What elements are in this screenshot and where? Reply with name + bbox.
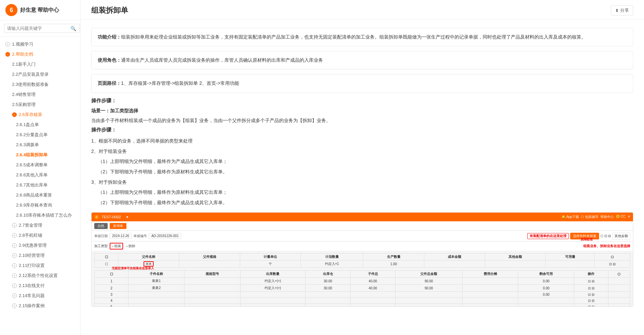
mock-child-table-header: ☐ 子件名称 规格型号 出库数量 出库仓 子件总 父件总金额 费用分摊 剩余可用 bbox=[95, 271, 630, 278]
intro-block: 功能介绍：组装拆卸单用来处理企业组装或拆卸等加工业务，支持有固定装配清单的产品加… bbox=[91, 28, 633, 46]
sidebar-item-sales[interactable]: 2.4销售管理 bbox=[0, 90, 80, 100]
sidebar-item-cost-adj[interactable]: 2.6.5成本调整单 bbox=[0, 160, 80, 170]
path-block: 页面路径：1、库存核算->库存管理->组装拆卸单 2、首页->常用功能 bbox=[91, 74, 633, 93]
sidebar-item-newbie[interactable]: 2.1新手入门 bbox=[0, 59, 80, 69]
step3: 3、对于拆卸业务 bbox=[91, 178, 633, 187]
step2-1: （1）上部明细为父件明细，最终作为产成品生成其它入库单； bbox=[91, 157, 633, 166]
path-text: 页面路径：1、库存核算->库存管理->组装拆卸单 2、首页->常用功能 bbox=[98, 79, 627, 88]
sidebar-item-coupon[interactable]: + 2.9优惠券管理 bbox=[0, 240, 80, 250]
sidebar-item-cost-recalc[interactable]: 2.6.8商品成本重算 bbox=[0, 190, 80, 200]
mock-select-btn[interactable]: 选择有料单搜索 bbox=[570, 233, 599, 239]
mock-parent-table: ☐ 父件名称 父件规格 计量单位 计划数量 生产数量 成本金额 其他金额 可用量 bbox=[94, 253, 630, 268]
expand-icon-payment: + bbox=[12, 283, 17, 288]
expand-icon-custom: + bbox=[12, 273, 17, 278]
sidebar-item-stocktake2[interactable]: 2.6.2分量盘点单 bbox=[0, 130, 80, 140]
logo-icon: 6 bbox=[5, 4, 17, 16]
role-text: 使用角色：通常由生产人员或库管人员完成拆装业务的操作，库管人员确认原材料的出库和… bbox=[98, 56, 627, 64]
sidebar-item-faq[interactable]: + 2.14常见问题 bbox=[0, 291, 80, 301]
share-button[interactable]: ⬆ 分享 bbox=[611, 5, 633, 15]
sidebar-item-docs[interactable]: − 2.帮助文档 bbox=[0, 49, 80, 59]
mock-parent-table-section: ☐ 父件名称 父件规格 计量单位 计划数量 生产数量 成本金额 其他金额 可用量 bbox=[92, 251, 633, 270]
step3-2: （2）下部明细为子件明细，最终作为产成品生成其它入库单。 bbox=[91, 198, 633, 207]
sidebar-item-finance[interactable]: + 2.7资金管理 bbox=[0, 220, 80, 230]
collapse-icon-docs: − bbox=[5, 52, 10, 57]
mock-right-field[interactable]: 其他金额 bbox=[612, 233, 630, 239]
sidebar-item-videos[interactable]: + 1.视频学习 bbox=[0, 39, 80, 49]
sidebar-item-custom[interactable]: + 2.12系统个性化设置 bbox=[0, 271, 80, 281]
sidebar-item-ledger[interactable]: 2.6.9库存账本查询 bbox=[0, 200, 80, 210]
mock-app-window: 6 TEST-H002 ▼ 🔔 App下载 ⬡ 包装辅导 帮助中心 😊 CC ✕ bbox=[92, 213, 633, 306]
mock-action1: 🔔 App下载 bbox=[561, 215, 579, 219]
main-body: 功能介绍：组装拆卸单用来处理企业组装或拆卸等加工业务，支持有固定装配清单的产品加… bbox=[80, 20, 644, 335]
expand-icon-faq: + bbox=[12, 293, 17, 298]
mock-annotation-btn: 有装配清单的在这里处理 bbox=[527, 233, 569, 239]
sidebar-item-purchase[interactable]: 2.5采购管理 bbox=[0, 100, 80, 110]
sidebar-item-print[interactable]: + 2.11打印设置 bbox=[0, 261, 80, 271]
steps-section: 操作步骤： 场景一：加工类型选择 当由多个子件材料组装成一个成品的业务为【组装】… bbox=[91, 98, 633, 207]
mock-toolbar: 单据日期 2019-12-26 单据编号 AD-20191226-001 有装配… bbox=[92, 231, 633, 241]
screenshot-image: 6 TEST-H002 ▼ 🔔 App下载 ⬡ 包装辅导 帮助中心 😊 CC ✕ bbox=[92, 213, 633, 306]
mock-parent-table-header: ☐ 父件名称 父件规格 计量单位 计划数量 生产数量 成本金额 其他金额 可用量 bbox=[95, 254, 630, 261]
mock-item-name-box: 米米 bbox=[144, 261, 154, 267]
mock-child-table-section: 无固定清单可在组装在这里录入 ☐ 子件名称 规格型号 出库数量 出库仓 bbox=[92, 270, 633, 306]
screenshot-inner: 6 TEST-H002 ▼ 🔔 App下载 ⬡ 包装辅导 帮助中心 😊 CC ✕ bbox=[92, 213, 633, 306]
screenshot-container: 6 TEST-H002 ▼ 🔔 App下载 ⬡ 包装辅导 帮助中心 😊 CC ✕ bbox=[91, 212, 633, 307]
mock-option-assembly[interactable]: ○ 组装 bbox=[110, 243, 123, 249]
search-input[interactable] bbox=[4, 24, 80, 33]
ops-heading: 操作步骤： bbox=[91, 127, 633, 133]
expand-icon-ops: + bbox=[12, 253, 17, 258]
mock-tab-new[interactable]: 新增单 bbox=[110, 223, 126, 229]
role-block: 使用角色：通常由生产人员或库管人员完成拆装业务的操作，库管人员确认原材料的出库和… bbox=[91, 51, 633, 69]
sidebar-item-transfer[interactable]: 2.6.3调拨单 bbox=[0, 140, 80, 150]
mock-num-field[interactable]: AD-20191226-001 bbox=[149, 233, 181, 239]
sidebar-item-ledger-fix[interactable]: 2.6.10库存账本搞错了怎么办 bbox=[0, 210, 80, 220]
mock-logo: 6 bbox=[94, 215, 99, 219]
nav-tree: + 1.视频学习 − 2.帮助文档 2.1新手入门 2.2产品安装及登录 2.3… bbox=[0, 37, 80, 335]
intro-text: 功能介绍：组装拆卸单用来处理企业组装或拆卸等加工业务，支持有固定装配清单的产品加… bbox=[98, 33, 627, 41]
sidebar-item-install[interactable]: 2.2产品安装及登录 bbox=[0, 69, 80, 79]
mock-child-row-2: 2 果果2 约定入+(+) 30.00 40.00 90.00 0.00 bbox=[95, 285, 630, 292]
sidebar-item-other-in[interactable]: 2.6.6其他入库单 bbox=[0, 170, 80, 180]
sidebar-item-payment[interactable]: + 2.13在线支付 bbox=[0, 281, 80, 291]
sidebar-item-mobile[interactable]: + 2.8手机旺铺 bbox=[0, 230, 80, 240]
mock-annotation-type: 组装业务、拆卸业务在这里选择 bbox=[583, 244, 630, 248]
scene-desc: 当由多个子件材料组装成一个成品的业务为【组装】业务，当由一个父件拆分成多个子产品… bbox=[91, 116, 633, 125]
sidebar-header: 6 好生意 帮助中心 bbox=[0, 0, 80, 20]
step1: 1、根据不同的业务，选择不同单据的类型来处理 bbox=[91, 136, 633, 146]
mock-parent-row-1: ☐ 米米 个 约定入×1 1.00 bbox=[95, 261, 630, 268]
mock-type-options: ○ 组装 ○ 拆卸 bbox=[110, 243, 135, 249]
mock-date-field[interactable]: 2019-12-26 bbox=[110, 233, 131, 239]
mock-titlebar-actions: 🔔 App下载 ⬡ 包装辅导 帮助中心 😊 CC ✕ bbox=[561, 215, 630, 219]
sidebar-item-other-out[interactable]: 2.6.7其他出库单 bbox=[0, 180, 80, 190]
mock-close[interactable]: ✕ bbox=[628, 215, 630, 219]
collapse-icon-inventory: − bbox=[12, 112, 17, 117]
sidebar-item-stocktake[interactable]: 2.6.1盘点单 bbox=[0, 120, 80, 130]
mock-toolbar-right: 有装配清单的在这里处理 选择有料单搜索 ⬡ ⊡ ⊟ 其他金额 bbox=[527, 233, 630, 239]
brand-name: 好生意 帮助中心 bbox=[20, 7, 59, 14]
mock-child-table: ☐ 子件名称 规格型号 出库数量 出库仓 子件总 父件总金额 费用分摊 剩余可用 bbox=[94, 270, 630, 306]
mock-child-row-3: 3 0.00 ⊡ ⊟ bbox=[95, 292, 630, 298]
expand-icon-finance: + bbox=[12, 223, 17, 228]
mock-date-label: 单据日期 bbox=[94, 234, 108, 238]
sidebar-item-ops[interactable]: + 2.10经营管理 bbox=[0, 250, 80, 261]
expand-icon-videos: + bbox=[5, 42, 10, 47]
mock-num-label: 单据编号 bbox=[133, 234, 147, 238]
mock-dropdown-icon: ▼ bbox=[125, 215, 129, 219]
search-button[interactable]: 🔍 bbox=[70, 26, 76, 31]
mock-tab-home[interactable]: 自然 bbox=[94, 223, 108, 229]
mock-child-row-1: 1 果果1 约定入+(+) 30.00 40.00 90.00 0.00 bbox=[95, 278, 630, 285]
expand-icon-coupon: + bbox=[12, 243, 17, 248]
sidebar-item-cases[interactable]: + 2.15操作案例 bbox=[0, 301, 80, 311]
sidebar-item-assembly[interactable]: 2.6.4组装拆卸单 bbox=[0, 150, 80, 160]
mock-type-row: 加工类型 ○ 组装 ○ 拆卸 组 bbox=[92, 241, 633, 251]
mock-action3: 帮助中心 bbox=[600, 215, 614, 219]
expand-icon-mobile: + bbox=[12, 233, 17, 238]
sidebar-item-inventory[interactable]: − 2.6库存核算 bbox=[0, 110, 80, 120]
step3-1: （1）上部明细为父件明细，最终作为原材料生成其它出库单； bbox=[91, 188, 633, 197]
mock-titlebar: 6 TEST-H002 ▼ 🔔 App下载 ⬡ 包装辅导 帮助中心 😊 CC ✕ bbox=[92, 213, 633, 221]
expand-icon-cases: + bbox=[12, 303, 17, 308]
mock-option-disassembly[interactable]: ○ 拆卸 bbox=[126, 244, 135, 248]
mock-annotation-child: 无固定清单可在组装在这里录入 bbox=[112, 266, 154, 271]
sidebar-item-data-prep[interactable]: 2.3使用前数据准备 bbox=[0, 79, 80, 90]
mock-action2: ⬡ 包装辅导 bbox=[581, 215, 598, 219]
